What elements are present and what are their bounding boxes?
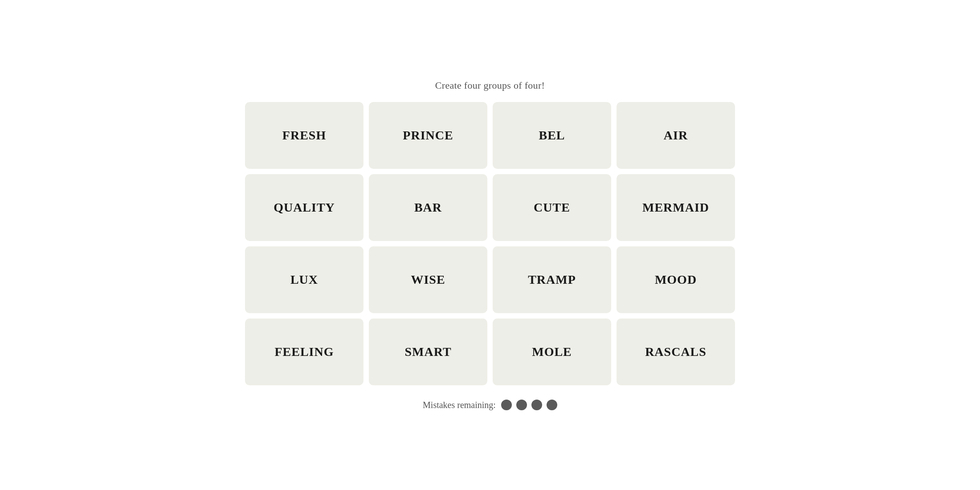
tile-mole[interactable]: MOLE (493, 318, 611, 385)
tile-label-tramp: TRAMP (528, 273, 576, 287)
tile-fresh[interactable]: FRESH (245, 102, 363, 169)
tile-label-quality: QUALITY (274, 200, 335, 215)
dots-container (501, 400, 557, 410)
tile-lux[interactable]: LUX (245, 246, 363, 313)
tile-label-fresh: FRESH (282, 128, 326, 143)
tile-mermaid[interactable]: MERMAID (617, 174, 735, 241)
tile-bel[interactable]: BEL (493, 102, 611, 169)
tile-label-bar: BAR (414, 200, 442, 215)
tile-air[interactable]: AIR (617, 102, 735, 169)
tile-feeling[interactable]: FEELING (245, 318, 363, 385)
mistake-dot-4 (547, 400, 557, 410)
tile-mood[interactable]: MOOD (617, 246, 735, 313)
mistakes-label: Mistakes remaining: (423, 400, 496, 410)
tile-rascals[interactable]: RASCALS (617, 318, 735, 385)
mistake-dot-1 (501, 400, 512, 410)
tile-label-cute: CUTE (534, 200, 570, 215)
tile-label-bel: BEL (539, 128, 565, 143)
tile-quality[interactable]: QUALITY (245, 174, 363, 241)
tile-tramp[interactable]: TRAMP (493, 246, 611, 313)
tile-cute[interactable]: CUTE (493, 174, 611, 241)
tile-label-air: AIR (664, 128, 688, 143)
tile-label-prince: PRINCE (403, 128, 453, 143)
tile-smart[interactable]: SMART (369, 318, 487, 385)
tile-bar[interactable]: BAR (369, 174, 487, 241)
tile-wise[interactable]: WISE (369, 246, 487, 313)
subtitle: Create four groups of four! (435, 80, 545, 91)
mistakes-row: Mistakes remaining: (423, 400, 557, 410)
tile-prince[interactable]: PRINCE (369, 102, 487, 169)
tile-label-wise: WISE (411, 273, 445, 287)
tile-label-lux: LUX (290, 273, 318, 287)
tile-label-rascals: RASCALS (645, 345, 706, 359)
tile-label-smart: SMART (404, 345, 451, 359)
tile-label-mood: MOOD (655, 273, 697, 287)
tile-label-mole: MOLE (532, 345, 572, 359)
game-container: Create four groups of four! FRESHPRINCEB… (245, 80, 735, 410)
word-grid: FRESHPRINCEBELAIRQUALITYBARCUTEMERMAIDLU… (245, 102, 735, 385)
mistake-dot-3 (531, 400, 542, 410)
tile-label-mermaid: MERMAID (642, 200, 709, 215)
tile-label-feeling: FEELING (274, 345, 334, 359)
mistake-dot-2 (516, 400, 527, 410)
